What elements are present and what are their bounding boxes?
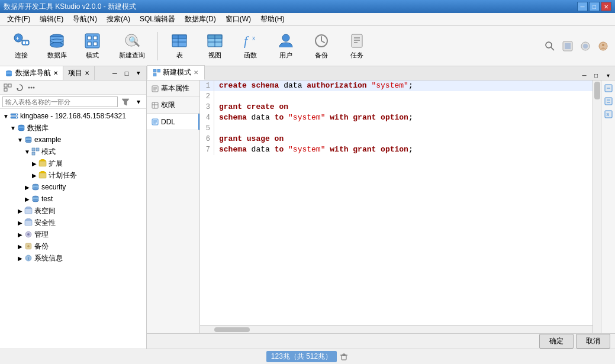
minimize-button[interactable]: ─ [577, 2, 588, 11]
status-bar: 123兆（共 512兆） [0, 349, 615, 364]
ddl-tab-icon [152, 118, 159, 125]
backup-folder-toggle[interactable]: ▶ [17, 243, 24, 250]
search-button[interactable] [543, 39, 557, 53]
side-tool-3[interactable]: S [603, 109, 614, 120]
editor-minimize-btn[interactable]: ─ [579, 70, 589, 80]
menu-search[interactable]: 搜索(A) [102, 13, 135, 25]
editor-menu-btn[interactable]: ▾ [603, 70, 613, 80]
databases-toggle[interactable]: ▼ [9, 125, 17, 131]
menu-help[interactable]: 帮助(H) [256, 13, 289, 25]
backup-button[interactable]: 备份 [305, 30, 338, 63]
task-button[interactable]: 任务 [340, 30, 373, 63]
db-nav-icon [5, 69, 13, 78]
scheduled-toggle[interactable]: ▶ [31, 172, 38, 179]
database-label: 数据库 [47, 51, 67, 60]
cancel-button[interactable]: 取消 [576, 334, 610, 349]
server-toggle[interactable]: ▼ [2, 113, 9, 120]
extensions-toggle[interactable]: ▶ [31, 160, 38, 167]
side-tool-2[interactable] [603, 96, 614, 107]
tree-container[interactable]: ▼ kingbase - 192.168.45.158:54321 ▼ [0, 109, 146, 349]
menu-nav[interactable]: 导航(N) [68, 13, 102, 25]
filter-dropdown-btn[interactable]: ▾ [133, 96, 144, 107]
tablespace-toggle[interactable]: ▶ [17, 208, 24, 214]
tree-node-security-folder[interactable]: ▶ 安全性 [0, 217, 146, 228]
menu-edit[interactable]: 编辑(E) [35, 13, 68, 25]
tree-node-extensions[interactable]: ▶ 扩展 [0, 157, 146, 169]
more-btn[interactable] [26, 82, 37, 93]
tree-node-backup[interactable]: ▶ 备份 [0, 240, 146, 252]
tree-node-sysinfo[interactable]: ▶ i 系统信息 [0, 252, 146, 264]
panel-restore-btn[interactable]: □ [121, 68, 132, 79]
collapse-all-btn[interactable] [2, 82, 13, 93]
user-button[interactable]: 用户 [269, 30, 302, 63]
manage-toggle[interactable]: ▶ [17, 231, 24, 238]
sysinfo-toggle[interactable]: ▶ [17, 255, 24, 262]
schema-tab-close[interactable]: ✕ [194, 69, 198, 76]
svg-rect-64 [32, 152, 35, 155]
example-toggle[interactable]: ▼ [17, 137, 24, 143]
new-query-button[interactable]: 🔍 新建查询 [111, 30, 153, 63]
panel-menu-btn[interactable]: ▾ [133, 68, 144, 79]
tree-node-tablespace[interactable]: ▶ 表空间 [0, 205, 146, 217]
svg-point-54 [16, 114, 17, 115]
security-toggle[interactable]: ▶ [24, 184, 31, 191]
tree-node-schemas[interactable]: ▼ 模式 [0, 146, 146, 157]
panel-minimize-btn[interactable]: ─ [110, 68, 120, 79]
vertical-scrollbar[interactable] [593, 80, 601, 333]
svg-rect-105 [342, 355, 346, 360]
test-toggle[interactable]: ▶ [24, 196, 31, 202]
editor-restore-btn[interactable]: □ [591, 70, 601, 80]
panel-tabs: 数据库导航 ✕ 项目 ✕ ─ □ ▾ [0, 66, 146, 80]
v-scroll-thumb[interactable] [594, 82, 600, 99]
tree-node-server[interactable]: ▼ kingbase - 192.168.45.158:54321 [0, 110, 146, 122]
table-button[interactable]: 表 [163, 30, 196, 63]
db-nav-close[interactable]: ✕ [53, 70, 58, 76]
toolbar-extra-btn3[interactable] [596, 39, 610, 53]
toolbar-extra-btn2[interactable] [578, 39, 593, 53]
horizontal-scrollbar[interactable] [200, 325, 593, 333]
tree-node-databases[interactable]: ▼ 数据库 [0, 122, 146, 134]
new-schema-tab[interactable]: 新建模式 ✕ [147, 65, 205, 80]
menu-database[interactable]: 数据库(D) [180, 13, 221, 25]
schemas-toggle[interactable]: ▼ [24, 149, 31, 155]
tree-node-example[interactable]: ▼ example [0, 134, 146, 146]
tree-node-security[interactable]: ▶ security [0, 181, 146, 193]
prop-tab-perms[interactable]: 权限 [147, 97, 199, 114]
restore-button[interactable]: □ [589, 2, 600, 11]
menu-file[interactable]: 文件(F) [2, 13, 35, 25]
filter-icon[interactable] [120, 96, 131, 107]
code-line-2: 2 [200, 91, 593, 102]
user-label: 用户 [279, 51, 292, 60]
db-nav-tab[interactable]: 数据库导航 ✕ [0, 66, 63, 80]
refresh-btn[interactable] [14, 82, 25, 93]
menu-sql[interactable]: SQL编辑器 [135, 13, 180, 25]
code-content-1: create schema data authorization "system… [219, 80, 413, 91]
menu-window[interactable]: 窗口(W) [221, 13, 256, 25]
task-label: 任务 [350, 51, 363, 60]
database-button[interactable]: 数据库 [40, 30, 73, 63]
code-area[interactable]: 1 create schema data authorization "syst… [200, 80, 593, 325]
project-close[interactable]: ✕ [85, 70, 89, 76]
prop-tab-basic[interactable]: 基本属性 [147, 80, 199, 97]
tree-node-manage[interactable]: ▶ 管理 [0, 228, 146, 240]
side-tool-1[interactable] [603, 83, 614, 94]
toolbar-sep-1 [157, 32, 158, 60]
trash-icon[interactable] [339, 352, 349, 362]
tree-node-scheduled[interactable]: ▶ 计划任务 [0, 169, 146, 181]
view-button[interactable]: 视图 [198, 30, 231, 63]
toolbar-extra-btn1[interactable] [561, 39, 575, 53]
filter-input[interactable] [2, 96, 118, 107]
tree-node-test[interactable]: ▶ test [0, 193, 146, 205]
security-folder-toggle[interactable]: ▶ [17, 220, 24, 226]
filter-row: ▾ [0, 95, 146, 109]
confirm-button[interactable]: 确定 [539, 334, 574, 349]
svg-rect-4 [26, 41, 28, 44]
prop-tab-ddl[interactable]: DDL [147, 114, 199, 130]
project-tab[interactable]: 项目 ✕ [63, 66, 95, 80]
schema-button[interactable]: 模式 [76, 30, 109, 63]
code-line-3: 3 grant create on [200, 102, 593, 112]
close-button[interactable]: ✕ [601, 2, 611, 11]
connect-button[interactable]: + 连接 [5, 30, 38, 63]
h-scroll-thumb[interactable] [214, 327, 250, 332]
function-button[interactable]: f x 函数 [234, 30, 267, 63]
